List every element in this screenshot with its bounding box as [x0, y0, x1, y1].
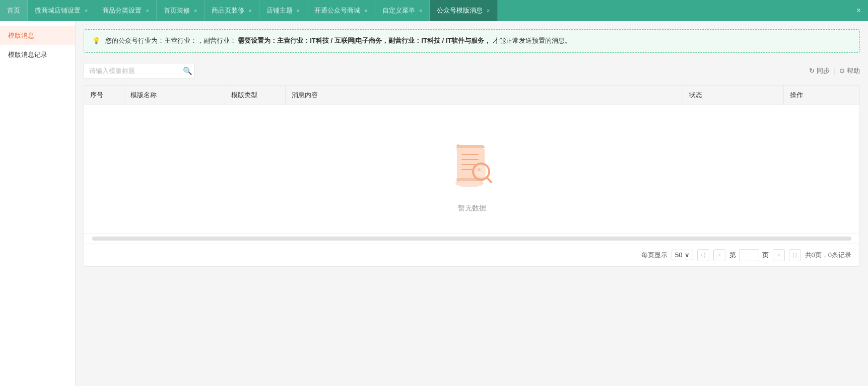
sidebar: 模版消息 模版消息记录 — [0, 21, 76, 386]
table-header: 序号 模版名称 模版类型 消息内容 状态 操作 — [84, 86, 859, 105]
page-input-wrap: 第 1 页 — [729, 249, 769, 261]
main-layout: 模版消息 模版消息记录 💡 您的公众号行业为：主营行业：，副营行业： 需要设置为… — [0, 21, 868, 386]
sync-button[interactable]: ↻ 同步 — [809, 66, 830, 75]
nav-tab-theme[interactable]: 店铺主题 × — [259, 0, 307, 21]
total-label: 共0页，0条记录 — [805, 251, 851, 260]
chevron-down-icon: ∨ — [685, 251, 690, 259]
first-page-button[interactable]: ⟨⟨ — [697, 249, 709, 261]
close-icon[interactable]: × — [146, 8, 149, 14]
sync-icon: ↻ — [809, 67, 815, 74]
close-icon[interactable]: × — [85, 8, 88, 14]
sidebar-item-template-record[interactable]: 模版消息记录 — [0, 45, 75, 64]
horizontal-scrollbar[interactable] — [92, 237, 851, 241]
pagination: 每页显示 50 ∨ ⟨⟨ ＜ 第 1 页 ＞ ⟩⟩ 共0页，0条记录 — [84, 244, 859, 266]
help-button[interactable]: ⊙ 帮助 — [839, 66, 860, 75]
last-page-button[interactable]: ⟩⟩ — [789, 249, 801, 261]
search-button[interactable]: 🔍 — [179, 66, 194, 75]
page-size-select[interactable]: 50 ∨ — [672, 250, 693, 260]
col-type: 模版类型 — [225, 86, 286, 105]
top-nav: 首页 微商城店铺设置 × 商品分类设置 × 首页装修 × 商品页装修 × 店铺主… — [0, 0, 868, 21]
nav-tab-custom-menu[interactable]: 自定义菜单 × — [375, 0, 430, 21]
main-content: 💡 您的公众号行业为：主营行业：，副营行业： 需要设置为：主营行业：IT科技 /… — [76, 21, 868, 386]
close-icon[interactable]: × — [297, 8, 300, 14]
col-action: 操作 — [784, 86, 859, 105]
empty-illustration — [442, 135, 502, 196]
nav-tab-template-msg[interactable]: 公众号模版消息 × — [430, 0, 497, 21]
col-content: 消息内容 — [286, 86, 683, 105]
next-page-button[interactable]: ＞ — [773, 249, 785, 261]
svg-line-7 — [487, 177, 491, 182]
prev-page-button[interactable]: ＜ — [713, 249, 725, 261]
nav-tab-product-decor[interactable]: 商品页装修 × — [205, 0, 259, 21]
svg-point-8 — [478, 168, 481, 171]
page-suffix: 页 — [762, 251, 769, 260]
close-icon[interactable]: × — [419, 8, 422, 14]
close-all-button[interactable]: × — [849, 6, 868, 15]
lightbulb-icon: 💡 — [92, 37, 100, 44]
empty-text: 暂无数据 — [458, 204, 486, 213]
sidebar-item-template-msg[interactable]: 模版消息 — [0, 26, 75, 45]
search-input[interactable] — [84, 67, 179, 74]
table-wrap: 序号 模版名称 模版类型 消息内容 状态 操作 — [84, 85, 860, 267]
nav-tab-home[interactable]: 首页 — [0, 0, 28, 21]
notice-box: 💡 您的公众号行业为：主营行业：，副营行业： 需要设置为：主营行业：IT科技 /… — [84, 29, 860, 53]
nav-tab-store-setting[interactable]: 微商城店铺设置 × — [28, 0, 95, 21]
page-size-label: 每页显示 — [641, 251, 667, 260]
close-icon[interactable]: × — [194, 8, 197, 14]
toolbar-right: ↻ 同步 | ⊙ 帮助 — [809, 66, 860, 75]
search-bar: 🔍 ↻ 同步 | ⊙ 帮助 — [84, 63, 860, 79]
search-input-wrap: 🔍 — [84, 63, 194, 79]
close-icon[interactable]: × — [487, 8, 490, 14]
nav-tab-home-decor[interactable]: 首页装修 × — [157, 0, 205, 21]
nav-tab-wechat-shop[interactable]: 开通公众号商城 × — [307, 0, 375, 21]
empty-state: 暂无数据 — [84, 105, 859, 233]
page-label: 第 — [729, 251, 736, 260]
svg-point-6 — [476, 166, 487, 177]
close-icon[interactable]: × — [364, 8, 367, 14]
page-number-input[interactable]: 1 — [739, 249, 759, 261]
col-index: 序号 — [84, 86, 124, 105]
col-name: 模版名称 — [124, 86, 225, 105]
col-status: 状态 — [683, 86, 784, 105]
close-icon[interactable]: × — [248, 8, 251, 14]
scrollbar-area — [84, 233, 859, 244]
toolbar-divider: | — [834, 67, 835, 74]
nav-tab-category[interactable]: 商品分类设置 × — [95, 0, 156, 21]
help-icon: ⊙ — [839, 67, 845, 74]
